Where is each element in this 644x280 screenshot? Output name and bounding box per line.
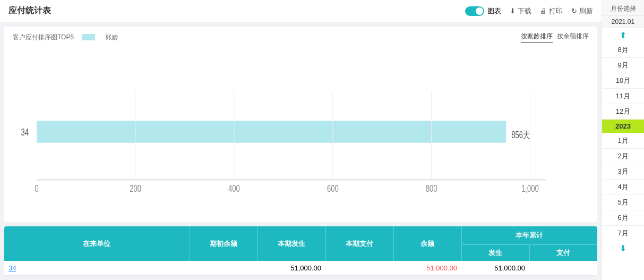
sort-by-balance-button[interactable]: 按余额排序 <box>557 32 589 43</box>
col-current-occur: 本期发生 <box>257 226 325 261</box>
cell-unit[interactable]: 34 <box>4 261 190 276</box>
col-opening: 期初余额 <box>190 226 257 261</box>
col-ytd-group: 本年累计 <box>461 226 597 245</box>
table-row: 34 51,000.00 51,000.00 51,000.00 <box>4 261 597 276</box>
svg-text:800: 800 <box>426 183 437 193</box>
print-button[interactable]: 🖨 打印 <box>540 6 563 16</box>
svg-text:200: 200 <box>130 183 141 193</box>
svg-rect-1 <box>37 121 506 143</box>
col-ytd-occur: 发生 <box>461 245 529 261</box>
cell-ytd-occur: 51,000.00 <box>461 261 529 276</box>
toggle-label: 图表 <box>487 6 501 16</box>
header-actions: 图表 ⬇ 下载 🖨 打印 ↻ 刷新 <box>465 6 593 16</box>
chart-toggle[interactable] <box>465 6 484 16</box>
bar-chart: 34 856天 0 200 400 600 800 <box>13 47 589 217</box>
svg-text:400: 400 <box>228 183 240 193</box>
sort-by-age-button[interactable]: 按账龄排序 <box>521 32 553 43</box>
legend-title: 客户应付排序图TOP5 <box>13 33 74 42</box>
sidebar-year-value[interactable]: 2021.01 <box>602 16 644 28</box>
svg-text:0: 0 <box>35 183 39 193</box>
sidebar-month-10[interactable]: 10月 <box>602 73 644 89</box>
sidebar-scroll: ⬆ 8月 9月 10月 11月 12月 2023 1月 2月 3月 4月 5月 … <box>602 28 644 280</box>
chart-area: 客户应付排序图TOP5 账龄 按账龄排序 按余额排序 34 856天 <box>4 27 597 222</box>
download-button[interactable]: ⬇ 下载 <box>510 6 531 16</box>
sidebar-month-4[interactable]: 4月 <box>602 180 644 195</box>
month-sidebar: 月份选择 2021.01 ⬆ 8月 9月 10月 11月 12月 2023 1月… <box>602 0 644 280</box>
svg-text:1,000: 1,000 <box>521 183 539 193</box>
sort-buttons: 按账龄排序 按余额排序 <box>521 32 589 43</box>
col-balance: 余额 <box>393 226 461 261</box>
cell-current-occur: 51,000.00 <box>257 261 325 276</box>
svg-text:600: 600 <box>327 183 339 193</box>
page-title: 应付统计表 <box>8 5 51 16</box>
print-icon: 🖨 <box>540 7 547 15</box>
sidebar-header: 月份选择 <box>602 0 644 16</box>
sidebar-year-2023[interactable]: 2023 <box>602 120 644 133</box>
chart-legend: 客户应付排序图TOP5 账龄 按账龄排序 按余额排序 <box>13 32 589 43</box>
chart-toggle-wrap[interactable]: 图表 <box>465 6 501 16</box>
sidebar-month-1[interactable]: 1月 <box>602 133 644 149</box>
cell-current-pay <box>325 261 393 276</box>
col-ytd-pay: 支付 <box>529 245 597 261</box>
svg-text:856天: 856天 <box>511 130 530 140</box>
data-table: 在来单位 期初余额 本期发生 本期支付 余额 本年累计 发生 支付 34 <box>4 226 597 276</box>
cell-opening <box>190 261 257 276</box>
sidebar-month-2[interactable]: 2月 <box>602 149 644 164</box>
download-icon: ⬇ <box>510 7 516 15</box>
scroll-down-arrow[interactable]: ⬇ <box>602 241 644 256</box>
sidebar-month-9[interactable]: 9月 <box>602 58 644 73</box>
chart-container: 34 856天 0 200 400 600 800 <box>13 47 589 217</box>
col-unit: 在来单位 <box>4 226 190 261</box>
page-header: 应付统计表 图表 ⬇ 下载 🖨 打印 ↻ 刷新 <box>0 0 602 22</box>
cell-balance: 51,000.00 <box>393 261 461 276</box>
table-header-row-1: 在来单位 期初余额 本期发生 本期支付 余额 本年累计 <box>4 226 597 245</box>
data-table-wrap: 在来单位 期初余额 本期发生 本期支付 余额 本年累计 发生 支付 34 <box>4 226 597 276</box>
sidebar-month-8[interactable]: 8月 <box>602 43 644 58</box>
sidebar-month-3[interactable]: 3月 <box>602 164 644 180</box>
legend-color-swatch <box>82 34 95 40</box>
sidebar-month-7[interactable]: 7月 <box>602 226 644 241</box>
sidebar-month-11[interactable]: 11月 <box>602 89 644 104</box>
scroll-up-arrow[interactable]: ⬆ <box>602 28 644 43</box>
col-current-pay: 本期支付 <box>325 226 393 261</box>
cell-ytd-pay <box>529 261 597 276</box>
sidebar-month-6[interactable]: 6月 <box>602 210 644 226</box>
sidebar-month-12[interactable]: 12月 <box>602 104 644 120</box>
refresh-button[interactable]: ↻ 刷新 <box>571 6 593 16</box>
legend-color-label: 账龄 <box>106 33 118 42</box>
refresh-icon: ↻ <box>571 7 577 15</box>
sidebar-month-5[interactable]: 5月 <box>602 195 644 210</box>
svg-text:34: 34 <box>21 127 29 137</box>
